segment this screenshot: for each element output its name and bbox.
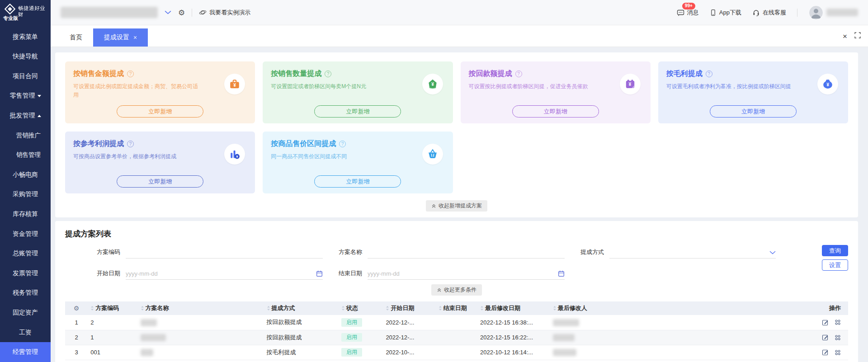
company-name-redacted[interactable] [61, 7, 158, 18]
col-last-modified-by[interactable]: 最后修改人 [550, 301, 807, 315]
sort-icon[interactable] [90, 306, 94, 311]
tab-commission-settings[interactable]: 提成设置 × [93, 28, 148, 47]
settings-button[interactable]: 设置 [822, 259, 848, 271]
calendar-icon[interactable] [558, 270, 565, 277]
settings-gear-icon[interactable]: ⚙ [178, 8, 185, 17]
sidebar-item-funds-mgmt[interactable]: 资金管理 [0, 224, 51, 244]
column-settings-gear-icon[interactable]: ⚙ [65, 301, 88, 315]
add-now-button[interactable]: 立即新增 [512, 105, 599, 118]
commission-method-select[interactable] [609, 247, 776, 259]
col-plan-code[interactable]: 方案编码 [88, 301, 137, 315]
card-description: 可设置提成比例或固定提成金额；商贸、贸易公司适用 [73, 82, 200, 99]
collapse-more-filters-button[interactable]: 收起更多条件 [431, 284, 482, 296]
sidebar-item-general-ledger[interactable]: 总账管理 [0, 244, 51, 263]
add-now-button[interactable]: 立即新增 [314, 105, 401, 118]
shopping-basket-icon [422, 144, 443, 165]
tab-close-icon[interactable]: × [133, 34, 137, 41]
commission-method-value[interactable] [609, 248, 767, 258]
sort-icon[interactable] [480, 306, 484, 311]
sidebar-item-purchase-mgmt[interactable]: 采购管理 [0, 185, 51, 205]
sidebar-item-invoice-mgmt[interactable]: 发票管理 [0, 263, 51, 283]
sidebar-item-tax-mgmt[interactable]: 税务管理 [0, 283, 51, 303]
card-sales-amount-commission: 按销售金额提成? 可设置提成比例或固定提成金额；商贸、贸易公司适用 ¥ 立即新增 [65, 61, 255, 123]
sidebar-item-inventory-accounting[interactable]: 库存核算 [0, 204, 51, 224]
plan-name-redacted [141, 319, 157, 326]
svg-text:¥: ¥ [236, 155, 238, 159]
row-number: 2 [65, 330, 88, 345]
edit-icon[interactable] [822, 334, 829, 341]
more-grid-icon[interactable] [835, 319, 841, 325]
help-icon[interactable]: ? [127, 141, 134, 147]
help-icon[interactable]: ? [515, 71, 522, 77]
calendar-icon[interactable] [316, 270, 323, 277]
table-row[interactable]: 1 2 按回款额提成 启用 2022-12-... 2022-12-15 16:… [65, 315, 848, 330]
tabbar-window-controls: × [843, 32, 861, 40]
sidebar-item-marketing-promo[interactable]: 营销推广 [0, 126, 51, 146]
add-now-button[interactable]: 立即新增 [117, 175, 203, 188]
col-commission-method[interactable]: 提成方式 [264, 301, 339, 315]
query-button[interactable]: 查询 [822, 245, 848, 256]
add-now-button[interactable]: 立即新增 [314, 175, 401, 188]
end-date-cell [436, 345, 477, 360]
help-icon[interactable]: ? [706, 71, 712, 77]
sidebar-item-wholesale-mgmt[interactable]: 批发管理 [0, 106, 51, 126]
sidebar-item-fixed-assets[interactable]: 固定资产 [0, 303, 51, 323]
add-now-button[interactable]: 立即新增 [117, 105, 203, 118]
more-grid-icon[interactable] [835, 349, 841, 356]
sidebar-item-retail-mgmt[interactable]: 零售管理 [0, 86, 51, 106]
help-icon[interactable]: ? [325, 71, 331, 77]
messages-button[interactable]: 99+ 消息 [677, 9, 699, 17]
end-date-input[interactable] [368, 269, 555, 279]
table-row[interactable]: 2 1 按回款额提成 启用 2022-12-... 2022-12-15 16:… [65, 330, 848, 345]
col-end-date[interactable]: 结束日期 [436, 301, 477, 315]
help-icon[interactable]: ? [339, 141, 346, 147]
sort-icon[interactable] [341, 306, 345, 311]
actions-cell [807, 345, 848, 360]
avatar [809, 6, 823, 19]
more-grid-icon[interactable] [835, 334, 841, 341]
sort-icon[interactable] [386, 306, 389, 311]
sidebar-item-business-mgmt[interactable]: 经营管理 [0, 342, 51, 362]
cards-grid: 按销售金额提成? 可设置提成比例或固定提成金额；商贸、贸易公司适用 ¥ 立即新增… [65, 61, 848, 193]
help-icon[interactable]: ? [127, 71, 134, 77]
sidebar-item-xiaochang-ecommerce[interactable]: 小畅电商 [0, 165, 51, 185]
col-last-modified-date[interactable]: 最后修改日期 [477, 301, 550, 315]
sidebar-item-quick-nav[interactable]: 快捷导航 [0, 47, 51, 67]
plan-table: ⚙ 方案编码 方案名称 提成方式 状态 开始日期 结束日期 最后修改日期 最后修… [65, 301, 848, 360]
edit-icon[interactable] [822, 319, 829, 326]
add-now-button[interactable]: 立即新增 [710, 105, 797, 118]
content-area: 按销售金额提成? 可设置提成比例或固定提成金额；商贸、贸易公司适用 ¥ 立即新增… [51, 47, 868, 362]
col-status[interactable]: 状态 [339, 301, 383, 315]
sidebar-item-sales-mgmt[interactable]: 销售管理 [0, 145, 51, 165]
app-download-button[interactable]: App下载 [710, 9, 741, 17]
sort-icon[interactable] [141, 306, 144, 311]
sort-icon[interactable] [439, 306, 442, 311]
sidebar-item-project-contract[interactable]: 项目合同 [0, 66, 51, 86]
collapse-new-plans-button[interactable]: 收起新增提成方案 [426, 200, 487, 212]
sort-icon[interactable] [553, 306, 557, 311]
plan-code-input[interactable] [126, 248, 323, 258]
plan-code-cell: 2 [88, 315, 137, 330]
sort-icon[interactable] [267, 306, 270, 311]
filter-commission-method: 提成方式 [580, 247, 776, 259]
user-menu[interactable] [809, 6, 858, 19]
tab-home[interactable]: 首页 [59, 28, 93, 47]
start-date-input[interactable] [126, 269, 313, 279]
svg-text:¥: ¥ [233, 83, 236, 88]
col-start-date[interactable]: 开始日期 [383, 301, 435, 315]
col-plan-name[interactable]: 方案名称 [138, 301, 264, 315]
modified-by-cell [550, 315, 807, 330]
sidebar-item-search-menu[interactable]: 搜索菜单 [0, 27, 51, 47]
online-support-button[interactable]: 在线客服 [752, 9, 786, 17]
plan-name-input[interactable] [368, 248, 565, 258]
close-all-tabs-icon[interactable]: × [843, 33, 847, 40]
company-select-chevron-icon[interactable] [165, 10, 171, 14]
sidebar-item-payroll[interactable]: 工资 [0, 323, 51, 343]
edit-icon[interactable] [822, 349, 829, 356]
card-title: 按回款额提成 [469, 69, 512, 79]
expand-icon[interactable] [854, 32, 861, 40]
table-row[interactable]: 3 001 按毛利提成 启用 2022-10-... 2022-10-12 16… [65, 345, 848, 360]
demo-link[interactable]: 我要看实例演示 [199, 9, 250, 17]
plan-name-cell [138, 315, 264, 330]
modified-date-cell: 2022-10-12 16:14:... [477, 345, 550, 360]
